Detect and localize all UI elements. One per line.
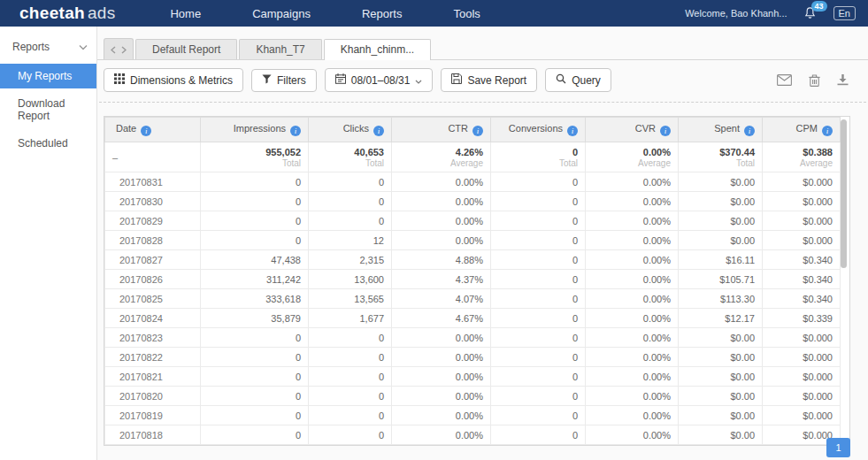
spent-cell: $0.00 [679, 348, 763, 367]
total-sublabel: Average [770, 158, 833, 168]
pagination: 1 [826, 438, 850, 457]
total-value: 4.26% [399, 147, 483, 157]
table-row: 20170823 0 0 0.00% 0 0.00% $0.00 $0.000 [105, 328, 841, 348]
info-icon[interactable]: i [290, 126, 301, 136]
column-header-conversions: Conversionsi [491, 118, 586, 142]
tab-khanh-chinm[interactable]: Khanh_chinm... [324, 39, 431, 60]
total-sublabel: Total [498, 158, 578, 168]
cvr-cell: 0.00% [586, 250, 679, 270]
total-value: 0.00% [593, 147, 671, 157]
notifications-button[interactable]: 43 [802, 4, 819, 22]
spent-cell: $16.11 [679, 250, 763, 270]
sidebar-item-download-report[interactable]: Download Report [0, 91, 96, 128]
table-row: 20170825 333,618 13,565 4.07% 0 0.00% $1… [105, 289, 841, 309]
column-header-cvr: CVRi [586, 118, 679, 142]
ctr-cell: 4.67% [392, 309, 491, 328]
cvr-cell: 0.00% [586, 192, 679, 211]
query-button[interactable]: Query [545, 68, 611, 92]
total-sublabel: Total [316, 158, 384, 168]
clicks-cell: 13,565 [309, 289, 392, 309]
clicks-cell: 0 [309, 367, 392, 387]
main-content: Default Report Khanh_T7 Khanh_chinm... D… [97, 27, 868, 460]
info-icon[interactable]: i [567, 126, 578, 136]
nav-item-home[interactable]: Home [170, 7, 201, 20]
table-row: 20170821 0 0 0.00% 0 0.00% $0.00 $0.000 [105, 367, 841, 387]
column-header-ctr: CTRi [392, 118, 491, 142]
trash-icon[interactable] [809, 74, 820, 87]
table-row: 20170828 0 12 0.00% 0 0.00% $0.00 $0.000 [105, 231, 841, 250]
info-icon[interactable]: i [822, 126, 833, 136]
sidebar-section-label: Reports [12, 41, 50, 53]
cpm-cell: $0.000 [763, 211, 841, 231]
total-value: 0 [498, 147, 578, 157]
download-icon[interactable] [837, 74, 849, 87]
mail-icon[interactable] [777, 74, 792, 86]
column-header-spent: Spenti [679, 118, 763, 142]
ctr-cell: 4.07% [392, 289, 491, 309]
report-table-container: Datei Impressionsi Clicksi CTRi Conversi… [104, 116, 850, 446]
conversions-cell: 0 [491, 211, 586, 231]
table-row: 20170831 0 0 0.00% 0 0.00% $0.00 $0.000 [105, 172, 841, 192]
impressions-cell: 0 [201, 211, 309, 231]
spent-cell: $0.00 [679, 328, 763, 348]
ctr-cell: 0.00% [392, 426, 491, 445]
cvr-cell: 0.00% [586, 348, 679, 367]
page-1-button[interactable]: 1 [826, 438, 850, 457]
total-sublabel: Average [593, 158, 671, 168]
table-scrollbar[interactable] [841, 119, 847, 268]
sidebar-item-scheduled[interactable]: Scheduled [0, 131, 96, 156]
ctr-cell: 0.00% [392, 211, 491, 231]
info-icon[interactable]: i [141, 126, 151, 136]
clicks-cell: 0 [309, 192, 392, 211]
date-range-button[interactable]: 08/01–08/31 [325, 68, 434, 92]
save-report-button[interactable]: Save Report [441, 68, 537, 92]
impressions-cell: 0 [201, 172, 309, 192]
clicks-cell: 0 [309, 387, 392, 406]
brand-logo[interactable]: cheetahads [19, 4, 115, 23]
sidebar-section-reports[interactable]: Reports [0, 27, 96, 64]
column-label: CPM [796, 123, 818, 134]
date-cell: 20170830 [105, 192, 201, 211]
column-header-cpm: CPMi [763, 118, 841, 142]
spent-cell: $0.00 [679, 406, 763, 426]
tab-scroll-left-button[interactable] [111, 42, 116, 58]
info-icon[interactable]: i [373, 126, 384, 136]
filters-button[interactable]: Filters [251, 69, 317, 92]
date-cell: 20170825 [105, 289, 201, 309]
ctr-cell: 0.00% [392, 387, 491, 406]
dimensions-metrics-button[interactable]: Dimensions & Metrics [104, 68, 243, 92]
cpm-cell: $0.339 [763, 309, 841, 328]
impressions-cell: 35,879 [201, 309, 309, 328]
date-cell: 20170821 [105, 367, 201, 387]
totals-cell: 955,052Total [201, 142, 309, 172]
column-header-date: Datei [105, 118, 201, 142]
toolbar-divider [99, 102, 866, 103]
table-row: 20170829 0 0 0.00% 0 0.00% $0.00 $0.000 [105, 211, 841, 231]
ctr-cell: 4.37% [392, 270, 491, 289]
info-icon[interactable]: i [472, 126, 483, 136]
tab-scroll-right-button[interactable] [121, 42, 127, 58]
totals-cell: $0.388Average [763, 142, 841, 172]
conversions-cell: 0 [491, 367, 586, 387]
info-icon[interactable]: i [744, 126, 755, 136]
cvr-cell: 0.00% [586, 309, 679, 328]
table-row: 20170820 0 0 0.00% 0 0.00% $0.00 $0.000 [105, 387, 841, 406]
cvr-cell: 0.00% [586, 270, 679, 289]
cpm-cell: $0.000 [763, 192, 841, 211]
tab-khanh-t7[interactable]: Khanh_T7 [239, 39, 321, 59]
ctr-cell: 0.00% [392, 192, 491, 211]
nav-item-campaigns[interactable]: Campaigns [252, 7, 311, 20]
cvr-cell: 0.00% [586, 231, 679, 250]
date-cell: 20170829 [105, 211, 201, 231]
nav-item-tools[interactable]: Tools [453, 7, 480, 20]
cvr-cell: 0.00% [586, 387, 679, 406]
spent-cell: $0.00 [679, 426, 763, 445]
spent-cell: $0.00 [679, 192, 763, 211]
tab-default-report[interactable]: Default Report [135, 39, 237, 59]
column-label: Impressions [234, 123, 286, 134]
sidebar-item-my-reports[interactable]: My Reports [0, 64, 96, 88]
query-label: Query [572, 74, 601, 87]
language-selector[interactable]: En [833, 6, 856, 20]
info-icon[interactable]: i [660, 126, 671, 136]
nav-item-reports[interactable]: Reports [362, 7, 403, 20]
